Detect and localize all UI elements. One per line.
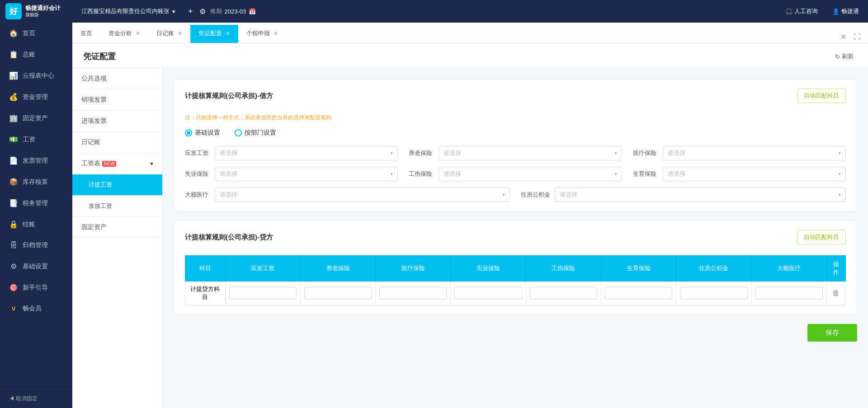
save-button[interactable]: 保存 <box>807 324 857 342</box>
sidebar-item-assets[interactable]: 🏢 固定资产 <box>0 108 72 129</box>
tab-voucher-close[interactable]: ✕ <box>226 30 230 37</box>
input-housing-val[interactable] <box>680 287 747 300</box>
field-unemployment: 失业保险 请选择 ▾ <box>185 167 398 181</box>
tab-journal[interactable]: 日记账 ✕ <box>148 25 190 43</box>
sidebar-item-archive[interactable]: 🗄 归档管理 <box>0 235 72 256</box>
account-period: 账期 2023-03 📅 <box>210 7 256 15</box>
app-logo: 好 <box>5 3 22 19</box>
select-salary-due[interactable]: 请选择 ▾ <box>215 146 398 160</box>
sidebar-item-funds[interactable]: 💰 资金管理 <box>0 86 72 108</box>
calendar-icon[interactable]: 📅 <box>249 8 256 15</box>
nav-public[interactable]: 公共选项 <box>72 68 162 89</box>
select-large-medical[interactable]: 请选择 ▾ <box>215 188 510 202</box>
save-area: 保存 <box>174 324 857 342</box>
sidebar-item-salary[interactable]: 💵 工资 <box>0 129 72 150</box>
arrow-maternity: ▾ <box>838 171 841 177</box>
input-medical-val[interactable] <box>379 287 447 300</box>
nav-calc-salary[interactable]: 计提工资 <box>72 174 162 196</box>
table-header-row: 科目 应发工资 养老保险 医疗保险 失业保险 工伤保险 生育保险 住房公积金 大… <box>185 256 846 281</box>
logo-text: 畅捷通好会计 旗舰版 <box>25 5 61 18</box>
main-layout: 🏠 首页 📋 总账 📊 云报表中心 💰 资金管理 🏢 固定资产 💵 工资 📄 发… <box>0 23 868 408</box>
sidebar-item-close[interactable]: 🔒 结账 <box>0 214 72 235</box>
sidebar-item-inventory[interactable]: 📦 库存核算 <box>0 171 72 192</box>
sidebar-item-reports[interactable]: 📊 云报表中心 <box>0 65 72 86</box>
guide-icon: 🎯 <box>9 283 18 292</box>
tax-icon: 📑 <box>9 199 18 207</box>
reports-icon: 📊 <box>9 71 18 80</box>
credit-auto-match-button[interactable]: 自动匹配科目 <box>797 230 846 244</box>
tab-journal-close[interactable]: ✕ <box>178 30 182 37</box>
sidebar-item-vip[interactable]: V 畅会员 <box>0 298 72 319</box>
td-work-injury-val <box>526 281 601 305</box>
tab-home[interactable]: 首页 <box>72 25 100 43</box>
th-large-medical: 大额医疗 <box>751 256 826 281</box>
user-button[interactable]: 👤 畅捷通 <box>829 5 863 17</box>
nav-pay-salary[interactable]: 发放工资 <box>72 196 162 217</box>
select-medical[interactable]: 请选择 ▾ <box>663 146 846 160</box>
input-unemployment-val[interactable] <box>454 287 522 300</box>
sidebar-label-archive: 归档管理 <box>23 241 48 249</box>
cancel-fixed-btn[interactable]: ◀ 取消固定 <box>0 389 72 408</box>
tab-funds[interactable]: 资金分析 ✕ <box>100 25 148 43</box>
company-selector[interactable]: 江西服宝精品有限责任公司内账张 ▾ <box>78 5 179 17</box>
sidebar-label-assets: 固定资产 <box>23 114 48 122</box>
radio-basic[interactable]: 基础设置 <box>185 129 220 137</box>
debit-auto-match-button[interactable]: 自动匹配科目 <box>797 89 846 103</box>
select-unemployment[interactable]: 请选择 ▾ <box>215 167 398 181</box>
radio-dept[interactable]: 按部门设置 <box>235 129 276 137</box>
support-button[interactable]: 🎧 人工咨询 <box>782 5 821 17</box>
arrow-pension: ▾ <box>614 150 617 156</box>
nav-journal[interactable]: 日记账 <box>72 132 162 153</box>
radio-group: 基础设置 按部门设置 <box>185 129 846 137</box>
nav-purchase[interactable]: 进项发票 <box>72 111 162 132</box>
window-expand-btn[interactable]: ⛶ <box>852 31 863 43</box>
tab-voucher[interactable]: 凭证配置 ✕ <box>190 25 238 43</box>
nav-fixed-assets[interactable]: 固定资产 <box>72 217 162 238</box>
tab-funds-label: 资金分析 <box>108 29 132 38</box>
tab-funds-close[interactable]: ✕ <box>136 30 140 37</box>
td-unemployment-val <box>451 281 526 305</box>
select-maternity[interactable]: 请选择 ▾ <box>663 167 846 181</box>
top-bar: 好 畅捷通好会计 旗舰版 江西服宝精品有限责任公司内账张 ▾ + ⚙ 账期 20… <box>0 0 868 23</box>
sidebar-item-tax[interactable]: 📑 税务管理 <box>0 192 72 214</box>
td-pension-val <box>300 281 375 305</box>
field-large-medical: 大额医疗 请选择 ▾ <box>185 188 510 202</box>
sidebar-item-invoice[interactable]: 📄 发票管理 <box>0 150 72 171</box>
input-maternity-val[interactable] <box>605 287 672 300</box>
tab-tax[interactable]: 个税申报 ✕ <box>238 25 286 43</box>
radio-dept-label: 按部门设置 <box>245 129 276 137</box>
delete-row-icon[interactable]: 🗑 <box>832 289 840 297</box>
select-housing-fund[interactable]: 请选择 ▾ <box>555 188 846 202</box>
sidebar-label-funds: 资金管理 <box>23 93 48 101</box>
add-button[interactable]: + <box>186 5 195 18</box>
arrow-medical: ▾ <box>838 150 841 156</box>
select-pension[interactable]: 请选择 ▾ <box>439 146 622 160</box>
window-close-btn[interactable]: ✕ <box>839 31 848 43</box>
input-work-injury-val[interactable] <box>530 287 597 300</box>
period-value[interactable]: 2023-03 <box>225 8 246 15</box>
salary-table-label: 工资表NEW <box>81 159 116 168</box>
sidebar-label-vip: 畅会员 <box>23 305 42 313</box>
table-row: 计提贷方科目 🗑 <box>185 281 846 305</box>
input-large-medical-val[interactable] <box>755 287 823 300</box>
app-subtitle: 旗舰版 <box>25 12 61 18</box>
refresh-button[interactable]: ↻ 刷新 <box>831 51 857 62</box>
select-work-injury[interactable]: 请选择 ▾ <box>439 167 622 181</box>
tab-tax-close[interactable]: ✕ <box>274 30 278 37</box>
nav-sales[interactable]: 销项发票 <box>72 89 162 111</box>
td-maternity-val <box>601 281 676 305</box>
company-name: 江西服宝精品有限责任公司内账张 <box>81 7 170 15</box>
label-large-medical: 大额医疗 <box>185 191 210 199</box>
credit-table: 科目 应发工资 养老保险 医疗保险 失业保险 工伤保险 生育保险 住房公积金 大… <box>185 255 846 305</box>
input-salary-val[interactable] <box>229 287 297 300</box>
nav-salary-table[interactable]: 工资表NEW ▾ <box>72 153 162 174</box>
archive-icon: 🗄 <box>9 241 18 249</box>
settings-icon[interactable]: ⚙ <box>199 7 206 16</box>
input-pension-val[interactable] <box>304 287 372 300</box>
field-salary-due: 应发工资 请选择 ▾ <box>185 146 398 160</box>
sidebar-item-home[interactable]: 🏠 首页 <box>0 23 72 44</box>
sidebar-item-basic[interactable]: ⚙ 基础设置 <box>0 256 72 277</box>
sidebar-item-guide[interactable]: 🎯 新手引导 <box>0 277 72 298</box>
sidebar-item-ledger[interactable]: 📋 总账 <box>0 44 72 65</box>
top-bar-actions: 🎧 人工咨询 👤 畅捷通 <box>782 5 863 17</box>
